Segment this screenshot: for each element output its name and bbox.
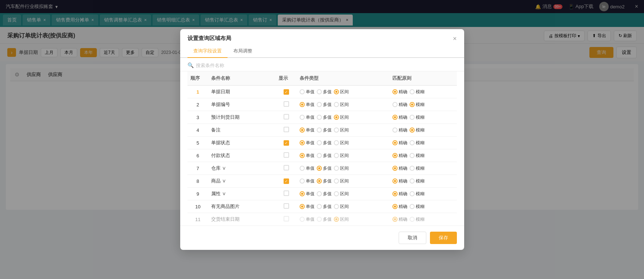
- row-display-checkbox[interactable]: [276, 149, 297, 162]
- checkbox[interactable]: [284, 190, 289, 196]
- radio-circle: [392, 191, 398, 196]
- radio-type-单值[interactable]: 单值: [300, 204, 315, 210]
- row-display-checkbox[interactable]: [276, 175, 297, 188]
- radio-label: 模糊: [416, 165, 424, 172]
- radio-circle: [317, 166, 322, 171]
- radio-type-单值[interactable]: 单值: [300, 114, 315, 121]
- radio-type-单值[interactable]: 单值: [300, 140, 315, 146]
- row-display-checkbox[interactable]: [276, 98, 297, 111]
- checkbox[interactable]: [284, 114, 289, 119]
- radio-match-精确[interactable]: 精确: [392, 153, 407, 159]
- radio-label: 精确: [399, 153, 407, 159]
- row-type-options: 单值多值区间: [297, 86, 389, 98]
- radio-label: 单值: [306, 89, 315, 95]
- radio-match-模糊[interactable]: 模糊: [410, 102, 424, 108]
- radio-type-多值[interactable]: 多值: [317, 140, 332, 146]
- radio-match-模糊[interactable]: 模糊: [410, 178, 424, 184]
- search-input[interactable]: [196, 63, 457, 68]
- modal-tab-fields[interactable]: 查询字段设置: [187, 45, 228, 58]
- checkbox[interactable]: [284, 140, 289, 146]
- radio-match-模糊[interactable]: 模糊: [410, 127, 424, 133]
- checkbox[interactable]: [284, 178, 289, 184]
- radio-label: 单值: [306, 204, 315, 210]
- radio-type-单值[interactable]: 单值: [300, 127, 315, 133]
- radio-type-多值[interactable]: 多值: [317, 102, 332, 108]
- radio-type-多值[interactable]: 多值: [317, 153, 332, 159]
- radio-match-精确[interactable]: 精确: [392, 178, 407, 184]
- row-display-checkbox[interactable]: [276, 162, 297, 175]
- radio-type-区间[interactable]: 区间: [334, 114, 349, 121]
- radio-label: 区间: [340, 204, 349, 210]
- radio-label: 单值: [306, 114, 315, 121]
- checkbox[interactable]: [284, 127, 289, 132]
- col-name: 条件名称: [208, 71, 276, 86]
- radio-circle: [334, 102, 339, 107]
- modal-tab-layout-label: 布局调整: [233, 48, 252, 54]
- radio-match-精确[interactable]: 精确: [392, 204, 407, 210]
- radio-match-模糊[interactable]: 模糊: [410, 153, 424, 159]
- radio-type-多值[interactable]: 多值: [317, 89, 332, 95]
- radio-label: 区间: [340, 140, 349, 146]
- row-display-checkbox[interactable]: [276, 137, 297, 149]
- radio-type-多值[interactable]: 多值: [317, 165, 332, 172]
- radio-label: 精确: [399, 165, 407, 172]
- checkbox[interactable]: [284, 89, 289, 95]
- radio-match-模糊[interactable]: 模糊: [410, 204, 424, 210]
- radio-match-模糊[interactable]: 模糊: [410, 140, 424, 146]
- row-display-checkbox[interactable]: [276, 86, 297, 98]
- radio-type-区间[interactable]: 区间: [334, 165, 349, 172]
- row-display-checkbox[interactable]: [276, 111, 297, 124]
- radio-type-多值[interactable]: 多值: [317, 178, 332, 184]
- radio-type-单值[interactable]: 单值: [300, 89, 315, 95]
- radio-match-精确[interactable]: 精确: [392, 114, 407, 121]
- row-display-checkbox[interactable]: [276, 124, 297, 137]
- checkbox[interactable]: [284, 165, 289, 170]
- radio-type-多值[interactable]: 多值: [317, 204, 332, 210]
- radio-circle: [334, 89, 339, 94]
- radio-match-模糊[interactable]: 模糊: [410, 191, 424, 197]
- radio-type-单值[interactable]: 单值: [300, 178, 315, 184]
- radio-type-区间[interactable]: 区间: [334, 204, 349, 210]
- radio-match-精确[interactable]: 精确: [392, 127, 407, 133]
- radio-type-单值[interactable]: 单值: [300, 102, 315, 108]
- radio-type-区间[interactable]: 区间: [334, 153, 349, 159]
- modal-close-button[interactable]: ×: [453, 35, 457, 42]
- radio-type-区间[interactable]: 区间: [334, 102, 349, 108]
- row-condition-name: 单据编号: [208, 98, 276, 111]
- radio-type-单值[interactable]: 单值: [300, 165, 315, 172]
- radio-match-精确[interactable]: 精确: [392, 102, 407, 108]
- checkbox[interactable]: [284, 152, 289, 158]
- row-display-checkbox[interactable]: [276, 200, 297, 213]
- radio-match-模糊[interactable]: 模糊: [410, 89, 424, 95]
- col-display: 显示: [276, 71, 297, 86]
- radio-type-单值[interactable]: 单值: [300, 191, 315, 197]
- modal-tab-layout[interactable]: 布局调整: [228, 45, 258, 58]
- row-type-options: 单值多值区间: [297, 188, 389, 200]
- radio-type-区间[interactable]: 区间: [334, 178, 349, 184]
- radio-type-区间[interactable]: 区间: [334, 127, 349, 133]
- search-icon: 🔍: [187, 62, 194, 68]
- radio-circle: [317, 140, 322, 145]
- radio-type-多值[interactable]: 多值: [317, 191, 332, 197]
- radio-type-区间[interactable]: 区间: [334, 140, 349, 146]
- radio-match-精确[interactable]: 精确: [392, 89, 407, 95]
- radio-label: 多值: [323, 89, 332, 95]
- radio-type-多值[interactable]: 多值: [317, 114, 332, 121]
- radio-circle: [410, 127, 415, 133]
- radio-match-精确[interactable]: 精确: [392, 191, 407, 197]
- row-order: 1: [187, 86, 209, 98]
- radio-match-精确[interactable]: 精确: [392, 140, 407, 146]
- radio-label: 模糊: [416, 178, 424, 184]
- checkbox[interactable]: [284, 203, 289, 209]
- radio-match-精确[interactable]: 精确: [392, 165, 407, 172]
- radio-match-模糊[interactable]: 模糊: [410, 165, 424, 172]
- checkbox[interactable]: [284, 101, 289, 107]
- radio-circle: [334, 191, 339, 196]
- radio-type-多值[interactable]: 多值: [317, 127, 332, 133]
- row-type-options: 单值多值区间: [297, 149, 389, 162]
- radio-match-模糊[interactable]: 模糊: [410, 114, 424, 121]
- radio-type-单值[interactable]: 单值: [300, 153, 315, 159]
- radio-type-区间[interactable]: 区间: [334, 191, 349, 197]
- row-display-checkbox[interactable]: [276, 188, 297, 200]
- radio-type-区间[interactable]: 区间: [334, 89, 349, 95]
